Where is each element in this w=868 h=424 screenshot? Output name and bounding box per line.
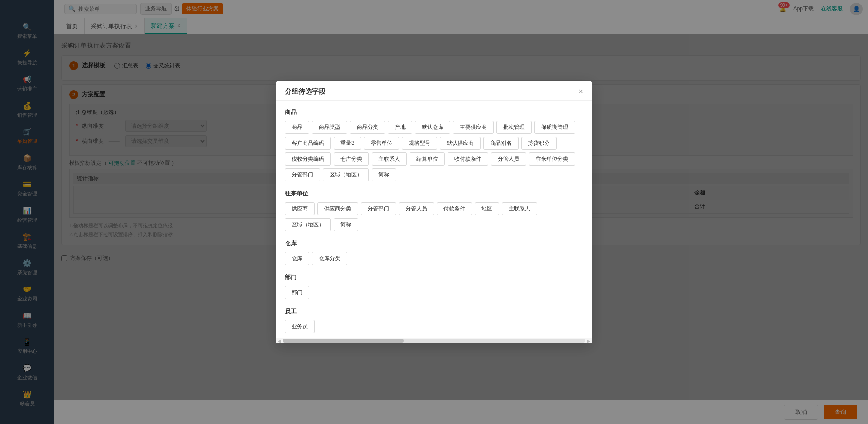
field-tag[interactable]: 地区 [475,202,499,215]
h-scroll-track[interactable] [283,339,585,343]
field-tag[interactable]: 商品 [285,121,309,134]
field-tag[interactable]: 默认供应商 [440,137,481,150]
field-tag[interactable]: 简称 [334,218,358,231]
section-partner-tags: 供应商 供应商分类 分管部门 分管人员 付款条件 地区 主联系人 区域（地区） … [285,202,583,231]
field-tag[interactable]: 商品分类 [350,121,385,134]
dialog-overlay: 分组待选字段 × 商品 商品 商品类型 商品分类 产地 默认仓库 主要供应商 批… [0,0,868,424]
field-tag[interactable]: 主联系人 [372,152,407,166]
section-department: 部门 部门 [285,273,583,299]
field-tag[interactable]: 税收分类编码 [285,152,331,166]
field-tag[interactable]: 业务员 [285,320,315,333]
section-employee-tags: 业务员 [285,320,583,333]
field-tag[interactable]: 收付款条件 [448,152,488,166]
field-tag[interactable]: 规格型号 [402,137,437,150]
section-employee: 员工 业务员 [285,307,583,333]
field-tag[interactable]: 分管部门 [285,168,320,181]
field-tag[interactable]: 简称 [372,168,396,181]
field-tag[interactable]: 仓库分类 [312,252,347,265]
field-tag[interactable]: 批次管理 [496,121,532,134]
field-tag[interactable]: 分管部门 [361,202,396,215]
field-tag[interactable]: 主要供应商 [453,121,494,134]
field-tag[interactable]: 重量3 [334,137,361,150]
field-tag[interactable]: 仓库分类 [334,152,369,166]
dialog-close-btn[interactable]: × [578,87,583,95]
scroll-left-btn[interactable]: ◀ [278,338,281,343]
field-select-dialog: 分组待选字段 × 商品 商品 商品类型 商品分类 产地 默认仓库 主要供应商 批… [276,81,592,343]
field-tag[interactable]: 拣货积分 [521,137,557,150]
h-scroll-thumb[interactable] [283,339,404,343]
field-tag[interactable]: 主联系人 [502,202,537,215]
section-department-tags: 部门 [285,286,583,299]
field-tag[interactable]: 部门 [285,286,309,299]
field-tag[interactable]: 结算单位 [410,152,445,166]
field-tag[interactable]: 客户商品编码 [285,137,331,150]
field-tag[interactable]: 往来单位分类 [529,152,575,166]
field-tag[interactable]: 商品类型 [312,121,347,134]
dialog-title: 分组待选字段 [285,87,326,96]
section-warehouse-title: 仓库 [285,239,583,248]
field-tag[interactable]: 供应商分类 [317,202,358,215]
field-tag[interactable]: 仓库 [285,252,309,265]
field-tag[interactable]: 产地 [388,121,412,134]
scroll-right-btn[interactable]: ▶ [587,338,590,343]
field-tag[interactable]: 付款条件 [437,202,472,215]
section-warehouse-tags: 仓库 仓库分类 [285,252,583,265]
field-tag[interactable]: 区域（地区） [323,168,369,181]
field-tag[interactable]: 分管人员 [491,152,526,166]
field-tag[interactable]: 默认仓库 [415,121,450,134]
section-partner: 往来单位 供应商 供应商分类 分管部门 分管人员 付款条件 地区 主联系人 区域… [285,190,583,231]
dialog-body: 商品 商品 商品类型 商品分类 产地 默认仓库 主要供应商 批次管理 保质期管理… [276,101,592,338]
dialog-header: 分组待选字段 × [276,81,592,101]
section-product: 商品 商品 商品类型 商品分类 产地 默认仓库 主要供应商 批次管理 保质期管理… [285,108,583,181]
section-employee-title: 员工 [285,307,583,315]
field-tag[interactable]: 供应商 [285,202,315,215]
field-tag[interactable]: 商品别名 [483,137,519,150]
dialog-h-scrollbar[interactable]: ◀ ▶ [276,338,592,343]
section-warehouse: 仓库 仓库 仓库分类 [285,239,583,265]
section-partner-title: 往来单位 [285,190,583,198]
section-department-title: 部门 [285,273,583,281]
field-tag[interactable]: 零售单位 [364,137,399,150]
field-tag[interactable]: 保质期管理 [534,121,575,134]
field-tag[interactable]: 分管人员 [399,202,434,215]
section-product-tags: 商品 商品类型 商品分类 产地 默认仓库 主要供应商 批次管理 保质期管理 客户… [285,121,583,181]
field-tag[interactable]: 区域（地区） [285,218,331,231]
section-product-title: 商品 [285,108,583,116]
